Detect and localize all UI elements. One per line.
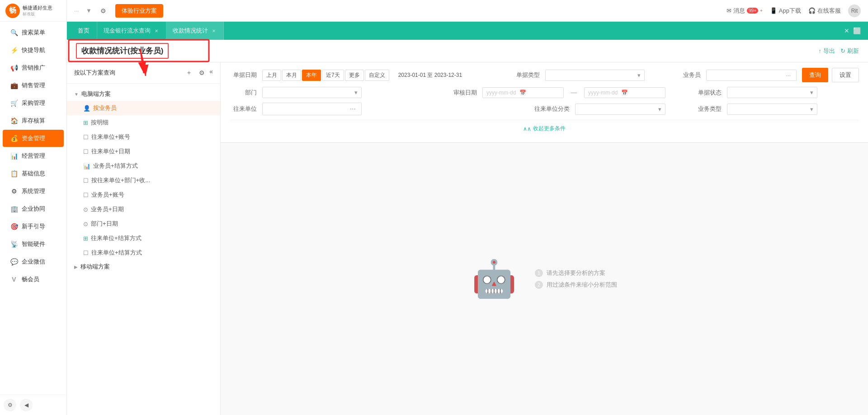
sidebar-item-search-menu[interactable]: 🔍 搜索菜单 [3,24,64,41]
date-btn-7days[interactable]: 近7天 [322,70,344,81]
sidebar-item-quick-nav[interactable]: ⚡ 快捷导航 [3,42,64,59]
tree-item-by-salesperson[interactable]: 👤 按业务员 [67,101,220,115]
app-download-action[interactable]: 📱 App下载 [770,7,801,15]
tree-item-by-dept-date[interactable]: ⊙ 部门+日期 [67,217,220,231]
sidebar-item-wechat[interactable]: 💬 企业微信 [3,253,64,270]
desktop-scheme-header[interactable]: ▼ 电脑端方案 [67,87,220,101]
logo-text: 畅捷通好生意 标准版 [23,4,52,17]
scheme-settings-button[interactable]: ⚙ [197,68,207,78]
sidebar-settings-button[interactable]: ⚙ [4,399,16,411]
trial-button[interactable]: 体验行业方案 [115,4,163,18]
empty-robot-illustration: 🤖 [472,258,517,300]
messages-action[interactable]: ✉ 消息 99+ + [726,7,763,15]
tab-home[interactable]: 首页 [71,22,97,40]
doc-type-select[interactable]: ▾ [545,70,645,81]
tree-item-by-unit-dept[interactable]: ☐ 按往来单位+部门+收... [67,173,220,188]
partner-label: 往来单位 [230,105,257,113]
page-title-box: 收款情况统计(按业务员) [76,43,169,59]
desktop-scheme-group: ▼ 电脑端方案 👤 按业务员 ⊞ 按明细 ☐ [67,87,220,260]
date-btn-custom[interactable]: 自定义 [365,70,389,81]
filter-settings-button[interactable]: 设置 [832,68,859,82]
review-date-start-input[interactable]: yyyy-mm-dd 📅 [482,87,564,98]
sidebar-item-enterprise[interactable]: 🏢 企业协同 [3,200,64,217]
breadcrumb-dropdown-icon[interactable]: ▼ [86,7,92,14]
tab-collection-stats[interactable]: 收款情况统计 ✕ [166,22,224,40]
tree-item-by-unit-account[interactable]: ☐ 往来单位+账号 [67,130,220,144]
review-date-end-input[interactable]: yyyy-mm-dd 📅 [584,87,665,98]
sidebar-item-system[interactable]: ⚙ 系统管理 [3,183,64,200]
salesperson-scheme-icon: 👤 [83,105,90,112]
tree-item-by-unit-date[interactable]: ☐ 往来单位+日期 [67,144,220,159]
date-btn-this-year[interactable]: 本年 [302,70,321,81]
sidebar-collapse-button[interactable]: ◀ [20,399,33,411]
user-avatar[interactable]: Rit [848,5,861,17]
header-gear-button[interactable]: ⚙ [97,5,110,17]
sidebar-item-label: 企业协同 [22,205,45,213]
collapse-bar[interactable]: ∧∧ 收起更多条件 [230,120,859,137]
unit-dept-scheme-icon: ☐ [83,177,89,184]
tree-item-by-salesperson-settlement[interactable]: 📊 业务员+结算方式 [67,159,220,173]
date-btn-last-month[interactable]: 上月 [262,70,281,81]
tree-item-by-salesperson-date[interactable]: ⊙ 业务员+日期 [67,202,220,217]
panel-collapse-button[interactable]: « [209,68,213,78]
filter-row-3: 往来单位 ··· 往来单位分类 ▾ 业务类型 [230,103,859,115]
sidebar-item-sales[interactable]: 💼 销售管理 [3,77,64,94]
sidebar-item-member[interactable]: V 畅会员 [3,271,64,288]
export-label: 导出 [823,47,835,55]
sidebar-item-label: 搜索菜单 [22,28,45,37]
partner-select[interactable]: ··· [262,103,362,115]
mobile-scheme-header[interactable]: ▶ 移动端方案 [67,260,220,274]
sidebar-item-inventory[interactable]: 🏠 库存核算 [3,112,64,129]
sidebar-item-operations[interactable]: 📊 经营管理 [3,147,64,165]
hint-num-1: 1 [535,269,543,277]
sidebar-item-hardware[interactable]: 📡 智能硬件 [3,236,64,253]
sidebar-item-label: 畅会员 [22,275,39,283]
sidebar-item-purchase[interactable]: 🛒 采购管理 [3,94,64,112]
right-content: 单据日期 上月 本月 本年 近7天 更多 自定义 2023-01-01 至 20… [221,62,868,415]
tab-collection-close-icon[interactable]: ✕ [211,28,217,34]
sidebar-bottom: ⚙ ◀ [0,395,66,415]
sidebar-item-guide[interactable]: 🎯 新手引导 [3,218,64,235]
export-button[interactable]: ↑ 导出 [819,47,835,55]
refresh-icon: ↻ [840,47,845,54]
tree-item-by-unit-settlement2[interactable]: ☐ 往来单位+结算方式 [67,245,220,260]
online-service-icon: 🎧 [808,7,816,14]
partner-category-select[interactable]: ▾ [575,104,665,115]
salesperson-more-icon: ··· [786,72,791,79]
sidebar-item-marketing[interactable]: 📢 营销推广 [3,59,64,76]
member-icon: V [10,275,18,283]
hint-item-1: 1 请先选择要分析的方案 [535,269,617,277]
tree-item-label: 按往来单位+部门+收... [91,176,150,184]
system-icon: ⚙ [10,187,18,195]
main-content: ··· ▼ ⚙ 体验行业方案 ✉ 消息 99+ + 📱 App下载 🎧 在线客服… [67,0,868,415]
tab-bank-flow[interactable]: 现金银行流水查询 ✕ [97,22,166,40]
sidebar-item-finance[interactable]: 💰 资金管理 [3,130,64,147]
dept-select[interactable]: ▾ [262,87,362,98]
close-window-icon[interactable]: ✕ [844,27,849,34]
tree-item-label: 业务员+日期 [91,205,124,213]
online-service-label: 在线客服 [817,7,841,15]
tab-bank-flow-close-icon[interactable]: ✕ [153,28,160,34]
refresh-button[interactable]: ↻ 刷新 [840,47,859,55]
business-type-select[interactable]: ▾ [727,104,817,115]
online-service-action[interactable]: 🎧 在线客服 [808,7,841,15]
dept-date-scheme-icon: ⊙ [83,221,88,227]
tree-item-by-salesperson-account[interactable]: ☐ 业务员+账号 [67,188,220,202]
doc-status-dropdown-icon: ▾ [810,89,813,96]
tree-item-by-unit-settlement1[interactable]: ⊞ 往来单位+结算方式 [67,231,220,245]
query-button[interactable]: 查询 [802,68,828,82]
tree-item-by-detail[interactable]: ⊞ 按明细 [67,115,220,130]
doc-status-select[interactable]: ▾ [727,87,817,98]
maximize-window-icon[interactable]: ⬜ [853,27,861,34]
date-btn-this-month[interactable]: 本月 [282,70,301,81]
unit-date-scheme-icon: ☐ [83,148,89,155]
date-btn-more[interactable]: 更多 [345,70,364,81]
salesperson-select[interactable]: ··· [706,70,797,81]
sidebar-item-label: 采购管理 [22,99,45,107]
refresh-label: 刷新 [847,47,859,55]
partner-more-icon: ··· [350,105,356,113]
desktop-scheme-label: 电脑端方案 [81,90,111,98]
sidebar-item-basic-info[interactable]: 📋 基础信息 [3,165,64,182]
add-scheme-button[interactable]: ＋ [184,68,194,78]
page-title-bar: 收款情况统计(按业务员) ↑ 导出 ↻ 刷新 [67,40,868,62]
